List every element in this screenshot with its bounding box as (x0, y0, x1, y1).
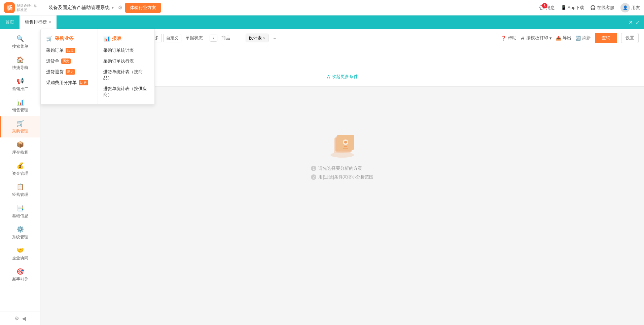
refresh-button[interactable]: 🔄 刷新 (575, 35, 591, 41)
sidebar-item-basic[interactable]: 📑 基础信息 (0, 201, 40, 222)
remove-goods-tag-icon[interactable]: × (263, 36, 266, 41)
quick-date-custom[interactable]: 自定义 (163, 34, 181, 42)
sidebar-item-newbie[interactable]: 🎯 新手引导 (0, 265, 40, 286)
tab-home[interactable]: 首页 (0, 15, 20, 29)
dropdown-report-col: 📊 报表 采购订单统计表 采购订单执行表 进货单统计表（按商品） 进货单统计表（… (98, 29, 155, 104)
query-button[interactable]: 查询 (595, 33, 617, 43)
close-window-icon[interactable]: ✕ (629, 19, 633, 26)
collapse-up-icon: ⋀ (327, 74, 330, 79)
sidebar-bottom: ⚙ ◀ (0, 312, 40, 325)
sidebar-item-marketing[interactable]: 📢 营销推广 (0, 74, 40, 95)
dropdown-purchase-col: 🛒 采购业务 采购订单 历史 进货单 历史 进货退货 历史 采购费用分摊单 历史 (41, 29, 98, 104)
empty-tips: 1 请先选择要分析的方案 2 用[过滤]条件来缩小分析范围 (311, 164, 373, 181)
industry-button[interactable]: 体验行业方案 (125, 3, 161, 13)
avatar: 👤 (620, 3, 630, 12)
home-icon: 🏠 (16, 56, 24, 64)
svg-point-5 (344, 141, 347, 144)
sales-icon: 📊 (16, 98, 24, 106)
logo-text: 畅捷通好生意 标准版 (17, 3, 37, 12)
more-options-dots[interactable]: ··· (273, 36, 276, 41)
dropdown-item-incoming[interactable]: 进货单 历史 (41, 56, 98, 67)
print-arrow-icon: ▾ (549, 36, 552, 41)
marketing-icon: 📢 (16, 77, 24, 85)
settings-bottom-icon[interactable]: ⚙ (14, 315, 19, 322)
app-download-button[interactable]: 📱 App下载 (561, 5, 584, 11)
collapse-sidebar-icon[interactable]: ◀ (22, 315, 26, 322)
dropdown-purchase-header: 🛒 采购业务 (41, 33, 98, 45)
inventory-icon: 📦 (16, 141, 24, 148)
main-layout: 🔍 搜索菜单 🏠 快捷导航 📢 营销推广 📊 销售管理 🛒 采购管理 📦 库存核… (0, 29, 644, 325)
message-icon: 💬 6 (539, 5, 545, 10)
operation-icon: 📋 (16, 183, 24, 191)
toolbar-right: ❓ 帮助 🖨 按模板打印 ▾ 📤 导出 🔄 刷新 (501, 33, 639, 43)
newbie-icon: 🎯 (16, 268, 24, 275)
dropdown-item-expense[interactable]: 采购费用分摊单 历史 (41, 77, 98, 88)
tab-bar-actions: ✕ ⤢ (624, 19, 644, 26)
gear-icon[interactable]: ⚙ (118, 4, 122, 11)
sidebar-item-search[interactable]: 🔍 搜索菜单 (0, 32, 40, 53)
export-icon: 📤 (556, 36, 561, 41)
tip-number-1: 1 (311, 166, 316, 171)
enterprise-icon: 🤝 (16, 247, 24, 254)
chevron-down-icon[interactable]: ▾ (112, 5, 114, 10)
sidebar-item-sales[interactable]: 📊 销售管理 (0, 95, 40, 116)
tab-sales-rank[interactable]: 销售排行榜 × (20, 15, 57, 29)
phone-icon: 📱 (561, 5, 566, 10)
message-button[interactable]: 💬 6 消息 (539, 5, 555, 11)
export-button[interactable]: 📤 导出 (556, 35, 571, 41)
goods-label: 商品 (221, 35, 242, 41)
refresh-icon: 🔄 (575, 36, 581, 41)
dropdown-item-purchase-order[interactable]: 采购订单 历史 (41, 45, 98, 56)
print-icon: 🖨 (521, 36, 525, 41)
empty-tip-1: 1 请先选择要分析的方案 (311, 164, 373, 173)
sidebar-item-purchase[interactable]: 🛒 采购管理 (0, 116, 40, 137)
headset-icon: 🎧 (590, 5, 596, 10)
online-service-button[interactable]: 🎧 在线客服 (590, 5, 614, 11)
user-button[interactable]: 👤 用友 (620, 3, 640, 12)
setting-button[interactable]: 设置 (621, 33, 639, 43)
sidebar-item-operation[interactable]: 📋 经营管理 (0, 180, 40, 201)
empty-state: 1 请先选择要分析的方案 2 用[过滤]条件来缩小分析范围 (40, 87, 644, 221)
help-icon: ❓ (501, 36, 506, 41)
dropdown-item-incoming-stats-supplier[interactable]: 进货单统计表（按供应商） (98, 83, 155, 100)
dropdown-item-return[interactable]: 进货退货 历史 (41, 67, 98, 77)
basic-icon: 📑 (16, 204, 24, 212)
purchase-menu-icon: 🛒 (46, 35, 53, 42)
dropdown-report-header: 📊 报表 (98, 33, 155, 45)
report-menu-icon: 📊 (103, 35, 110, 42)
logo-area: 畅 畅捷通好生意 标准版 (4, 2, 44, 13)
logo-icon: 畅 (4, 2, 15, 13)
message-badge: 6 (542, 3, 547, 8)
search-icon: 🔍 (16, 35, 24, 42)
goods-tag[interactable]: 设计素 × (246, 34, 269, 42)
print-button[interactable]: 🖨 按模板打印 ▾ (521, 35, 552, 41)
finance-icon: 💰 (16, 162, 24, 169)
dropdown-item-incoming-stats-goods[interactable]: 进货单统计表（按商品） (98, 67, 155, 83)
tab-close-icon[interactable]: × (49, 20, 51, 25)
system-icon: ⚙️ (16, 226, 24, 233)
sidebar-item-system[interactable]: ⚙️ 系统管理 (0, 222, 40, 243)
purchase-icon: 🛒 (16, 120, 24, 127)
expand-icon[interactable]: ⤢ (636, 19, 640, 26)
sidebar: 🔍 搜索菜单 🏠 快捷导航 📢 营销推广 📊 销售管理 🛒 采购管理 📦 库存核… (0, 29, 40, 325)
history-badge: 历史 (66, 48, 75, 53)
system-title: 装备及固定资产辅助管理系统 ▾ (44, 5, 118, 11)
dropdown-item-order-exec[interactable]: 采购订单执行表 (98, 56, 155, 67)
top-header: 畅 畅捷通好生意 标准版 装备及固定资产辅助管理系统 ▾ ⚙ 体验行业方案 💬 … (0, 0, 644, 15)
chevron-down-icon: ▾ (213, 36, 214, 40)
active-indicator (0, 116, 1, 137)
header-right: 💬 6 消息 📱 App下载 🎧 在线客服 👤 用友 (539, 3, 640, 12)
sidebar-item-enterprise[interactable]: 🤝 企业协同 (0, 243, 40, 265)
empty-illustration (325, 126, 359, 160)
sidebar-item-inventory[interactable]: 📦 库存核算 (0, 137, 40, 159)
tab-bar: 首页 销售排行榜 × ✕ ⤢ (0, 15, 644, 29)
status-select[interactable]: ▾ (210, 35, 217, 42)
status-label: 单据状态 (185, 35, 206, 41)
empty-tip-2: 2 用[过滤]条件来缩小分析范围 (311, 173, 373, 181)
sidebar-item-quick[interactable]: 🏠 快捷导航 (0, 53, 40, 74)
dropdown-item-order-stats[interactable]: 采购订单统计表 (98, 45, 155, 56)
history-badge: 历史 (66, 69, 75, 75)
help-button[interactable]: ❓ 帮助 (501, 35, 516, 41)
sidebar-item-finance[interactable]: 💰 资金管理 (0, 159, 40, 180)
history-badge: 历史 (79, 80, 88, 85)
